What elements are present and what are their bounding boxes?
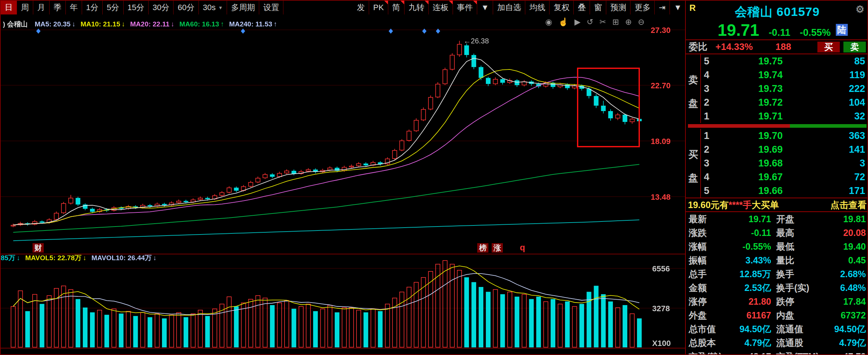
order-price: 19.70 — [718, 130, 783, 141]
stats-row: 总手12.85万换手2.68% — [686, 267, 868, 281]
buy-sell-ratio-bar — [686, 123, 868, 129]
toolbar-button-label: 简 — [392, 2, 400, 13]
tag-cai[interactable]: 财 — [33, 243, 44, 253]
notification-corner-badge — [449, 1, 453, 4]
toolbar-button-简[interactable]: 简 — [388, 1, 405, 14]
market-badge: 陆 — [836, 24, 848, 36]
order-price: 19.72 — [718, 97, 783, 108]
zoom-out-icon[interactable]: ⊖ — [638, 17, 645, 27]
stat-label: 金额 — [689, 282, 729, 294]
toolbar-button-label: 年 — [70, 2, 78, 13]
zoom-in-icon[interactable]: ⊕ — [625, 17, 632, 27]
toolbar-button-九转[interactable]: 九转 — [405, 1, 429, 14]
toolbar-button-发[interactable]: 发 — [353, 1, 369, 14]
toolbar-button-15分[interactable]: 15分 — [124, 1, 149, 14]
undo-icon[interactable]: ↺ — [587, 17, 593, 27]
toolbar-button-周[interactable]: 周 — [17, 1, 33, 14]
price-row: 19.71 -0.11 -0.55% 陆 — [686, 20, 868, 39]
mavol-label: MAVOL10: 26.44万 — [91, 254, 151, 262]
chart-area[interactable]: ) 会稽山 MA5: 20.35↓MA10: 21.15↓MA20: 22.11… — [1, 14, 685, 349]
toolbar-button-月[interactable]: 月 — [33, 1, 50, 14]
scissors-icon[interactable]: ✂ — [599, 17, 606, 27]
play-icon[interactable]: ▶ — [574, 17, 581, 27]
order-volume: 119 — [783, 69, 868, 81]
stat-value: 6.48% — [824, 283, 866, 293]
toolbar-button-▼[interactable]: ▼ — [670, 1, 686, 14]
stat-label: 开盘 — [776, 213, 824, 225]
toolbar-button-叠[interactable]: 叠 — [574, 1, 590, 14]
order-level: 3 — [701, 158, 718, 169]
toolbar-button-label: 日 — [5, 2, 13, 13]
toolbar-button-60分[interactable]: 60分 — [174, 1, 198, 14]
toolbar-button-更多[interactable]: 更多 — [630, 1, 655, 14]
toolbar-button-▼[interactable]: ▼ — [477, 1, 493, 14]
orderbook-row[interactable]: 119.70363 — [701, 129, 868, 143]
tag-bang[interactable]: 榜 — [477, 243, 488, 253]
toolbar-button-⇥[interactable]: ⇥ — [655, 1, 670, 14]
stat-label: 总手 — [689, 268, 729, 280]
hand-icon[interactable]: ☝ — [558, 17, 568, 27]
stat-value: 47.79 — [824, 351, 866, 355]
orderbook-row[interactable]: 219.69141 — [701, 143, 868, 156]
orderbook-row[interactable]: 519.7585 — [701, 54, 868, 68]
orderbook-row[interactable]: 119.7132 — [701, 109, 868, 123]
order-price: 19.66 — [718, 185, 783, 196]
toolbar-button-label: 九转 — [409, 2, 424, 13]
toolbar-button-label: 发 — [357, 2, 365, 13]
ratio-red-segment — [688, 124, 790, 128]
toolbar-button-复权[interactable]: 复权 — [550, 1, 574, 14]
stat-value: 48.17 — [729, 351, 771, 355]
tag-zhang[interactable]: 涨 — [492, 243, 503, 253]
toolbar-button-预测[interactable]: 预测 — [606, 1, 630, 14]
toolbar-button-label: 设置 — [263, 2, 279, 13]
toolbar-button-日[interactable]: 日 — [1, 1, 17, 14]
orderbook-row[interactable]: 419.74119 — [701, 68, 868, 82]
toolbar-button-连板[interactable]: 连板 — [429, 1, 453, 14]
toolbar-button-季[interactable]: 季 — [50, 1, 66, 14]
last-price: 19.71 — [718, 20, 759, 40]
buy-button[interactable]: 买 — [817, 42, 840, 52]
orderbook-row[interactable]: 319.683 — [701, 156, 868, 170]
ma-indicator-labels: ) 会稽山 MA5: 20.35↓MA10: 21.15↓MA20: 22.11… — [3, 20, 282, 29]
toolbar-button-30s[interactable]: 30s▼ — [199, 1, 227, 14]
toolbar-button-5分[interactable]: 5分 — [103, 1, 123, 14]
tag-q[interactable]: q — [520, 242, 525, 253]
gear-icon[interactable]: ⚙ — [856, 4, 864, 15]
stat-label: 最低 — [776, 241, 824, 253]
eye-icon[interactable]: ◉ — [545, 17, 552, 27]
toolbar-button-多周期[interactable]: 多周期 — [227, 1, 259, 14]
toolbar-button-label: 月 — [37, 2, 45, 13]
stat-label: 内盘 — [776, 309, 824, 321]
toolbar-button-label: 均线 — [529, 2, 545, 13]
ma-label: MA10: 21.15 — [81, 20, 120, 28]
toolbar-button-30分[interactable]: 30分 — [149, 1, 174, 14]
toolbar-button-加自选[interactable]: 加自选 — [493, 1, 525, 14]
order-price: 19.68 — [718, 158, 783, 169]
sell-button[interactable]: 卖 — [843, 42, 866, 52]
stats-row: 涨停21.80跌停17.84 — [686, 295, 868, 308]
order-price: 19.67 — [718, 172, 783, 183]
notice-big-buy: 大买单 — [752, 199, 779, 211]
orderbook-row[interactable]: 319.73222 — [701, 82, 868, 96]
toolbar-button-1分[interactable]: 1分 — [82, 1, 103, 14]
toolbar-button-label: ⇥ — [659, 3, 665, 12]
notice-view-link[interactable]: 点击查看 — [830, 199, 867, 211]
toolbar-button-均线[interactable]: 均线 — [525, 1, 550, 14]
lock-icon[interactable]: ⊞ — [612, 17, 619, 27]
orderbook-row[interactable]: 419.6772 — [701, 170, 868, 184]
stats-row: 外盘61167内盘67372 — [686, 308, 868, 322]
toolbar-button-label: 30分 — [153, 2, 169, 13]
toolbar-button-窗[interactable]: 窗 — [590, 1, 606, 14]
orderbook-row[interactable]: 519.66171 — [701, 184, 868, 198]
stat-label: 跌停 — [776, 296, 824, 308]
toolbar-button-label: 叠 — [578, 2, 586, 13]
toolbar-button-设置[interactable]: 设置 — [259, 1, 283, 14]
toolbar-button-年[interactable]: 年 — [66, 1, 82, 14]
orderbook-row[interactable]: 219.72104 — [701, 96, 868, 109]
sell-char: 卖 — [688, 73, 698, 86]
toolbar-button-PK[interactable]: PK — [369, 1, 388, 14]
candlestick-canvas[interactable] — [1, 14, 685, 349]
stat-value: 12.85万 — [729, 268, 771, 280]
toolbar-button-事件[interactable]: 事件 — [453, 1, 477, 14]
toolbar-button-label: 5分 — [107, 2, 119, 13]
